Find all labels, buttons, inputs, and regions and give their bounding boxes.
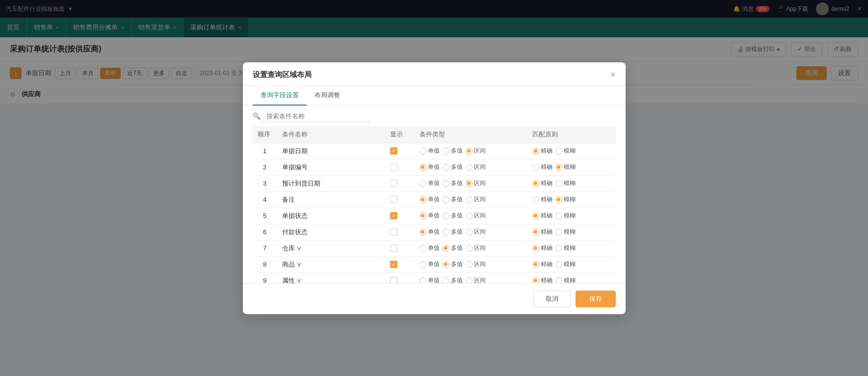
modal-close-button[interactable]: × bbox=[610, 70, 616, 79]
modal-header: 设置查询区域布局 × bbox=[243, 62, 626, 86]
modal-overlay: 设置查询区域布局 × 查询字段设置 布局调整 🔍 顺序 条件名称 bbox=[0, 0, 868, 104]
modal-tabs: 查询字段设置 布局调整 bbox=[243, 86, 626, 105]
settings-modal: 设置查询区域布局 × 查询字段设置 布局调整 🔍 顺序 条件名称 bbox=[243, 62, 626, 105]
modal-title: 设置查询区域布局 bbox=[253, 70, 312, 80]
modal-tab-layout[interactable]: 布局调整 bbox=[307, 86, 348, 105]
modal-tab-query-fields[interactable]: 查询字段设置 bbox=[253, 86, 307, 105]
